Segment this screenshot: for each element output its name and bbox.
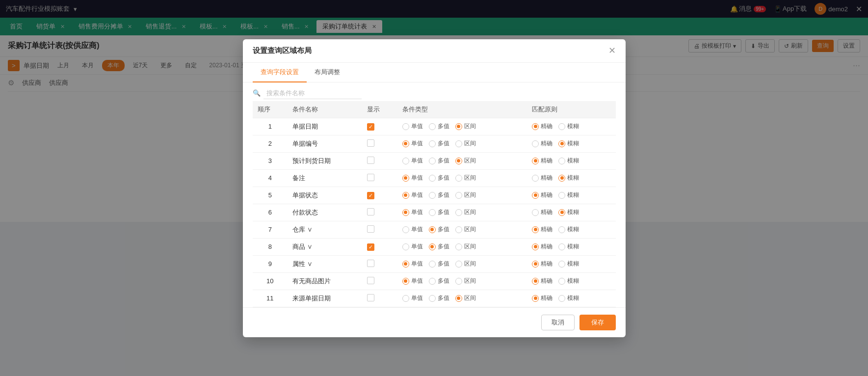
row-name: 备注 xyxy=(288,169,362,187)
type-radio-option[interactable]: 区间 xyxy=(455,122,476,131)
radio-label: 单值 xyxy=(411,157,423,165)
row-display[interactable] xyxy=(362,118,397,135)
radio-button[interactable] xyxy=(429,123,436,130)
radio-button[interactable] xyxy=(429,175,436,182)
radio-label: 精确 xyxy=(541,174,552,182)
row-name: 单据状态 xyxy=(288,187,362,204)
col-header-order: 顺序 xyxy=(253,101,288,118)
type-radio-option[interactable]: 多值 xyxy=(429,122,449,131)
type-radio-option[interactable]: 单值 xyxy=(402,122,423,131)
type-radio-option[interactable]: 单值 xyxy=(402,208,423,216)
dialog-table: 顺序 条件名称 显示 条件类型 匹配原则 1单据日期单值多值区间精确模糊2单据编… xyxy=(253,101,616,222)
display-checkbox[interactable] xyxy=(367,208,374,215)
row-display[interactable] xyxy=(362,135,397,152)
dialog-tab-layout[interactable]: 布局调整 xyxy=(307,63,348,82)
type-radio-option[interactable]: 区间 xyxy=(455,157,476,165)
radio-button[interactable] xyxy=(429,192,436,199)
radio-button[interactable] xyxy=(532,140,539,147)
match-radio-option[interactable]: 模糊 xyxy=(558,174,579,182)
radio-button[interactable] xyxy=(532,175,539,182)
radio-button[interactable] xyxy=(455,158,462,164)
type-radio-option[interactable]: 多值 xyxy=(429,157,449,165)
type-radio-option[interactable]: 区间 xyxy=(455,139,476,148)
radio-button[interactable] xyxy=(558,158,565,164)
display-checkbox[interactable] xyxy=(367,139,374,147)
radio-button[interactable] xyxy=(532,158,539,164)
dialog-tab-query-fields[interactable]: 查询字段设置 xyxy=(253,63,307,82)
type-radio-option[interactable]: 区间 xyxy=(455,174,476,182)
radio-button[interactable] xyxy=(402,123,409,130)
dialog-tab-layout-label: 布局调整 xyxy=(315,68,340,76)
match-radio-option[interactable]: 模糊 xyxy=(558,122,579,131)
radio-label: 单值 xyxy=(411,122,423,131)
radio-label: 单值 xyxy=(411,174,423,182)
radio-button[interactable] xyxy=(402,175,409,182)
type-radio-option[interactable]: 多值 xyxy=(429,191,449,199)
dialog-search-input[interactable] xyxy=(263,87,362,99)
radio-button[interactable] xyxy=(455,209,462,216)
match-radio-option[interactable]: 精确 xyxy=(532,191,552,199)
type-radio-option[interactable]: 单值 xyxy=(402,157,423,165)
radio-label: 多值 xyxy=(438,174,449,182)
radio-button[interactable] xyxy=(455,192,462,199)
radio-label: 区间 xyxy=(464,139,476,148)
radio-label: 多值 xyxy=(438,208,449,216)
type-radio-option[interactable]: 单值 xyxy=(402,139,423,148)
radio-label: 精确 xyxy=(541,191,552,199)
display-checkbox[interactable] xyxy=(367,123,374,131)
radio-button[interactable] xyxy=(402,209,409,216)
row-type: 单值多值区间 xyxy=(397,204,527,221)
match-radio-option[interactable]: 精确 xyxy=(532,122,552,131)
radio-button[interactable] xyxy=(455,175,462,182)
row-order: 7 xyxy=(253,221,288,222)
dialog-close-button[interactable]: ✕ xyxy=(608,46,616,55)
radio-button[interactable] xyxy=(455,123,462,130)
radio-button[interactable] xyxy=(429,209,436,216)
match-radio-option[interactable]: 精确 xyxy=(532,139,552,148)
row-order: 1 xyxy=(253,118,288,135)
radio-button[interactable] xyxy=(532,123,539,130)
radio-label: 模糊 xyxy=(567,174,579,182)
row-display[interactable] xyxy=(362,169,397,187)
row-match: 精确模糊 xyxy=(527,221,615,222)
type-radio-option[interactable]: 多值 xyxy=(429,174,449,182)
row-name: 单据日期 xyxy=(288,118,362,135)
display-checkbox[interactable] xyxy=(367,174,374,181)
match-radio-option[interactable]: 模糊 xyxy=(558,157,579,165)
type-radio-option[interactable]: 区间 xyxy=(455,208,476,216)
type-radio-option[interactable]: 单值 xyxy=(402,174,423,182)
row-match: 精确模糊 xyxy=(527,152,615,169)
radio-button[interactable] xyxy=(532,209,539,216)
row-type: 单值多值区间 xyxy=(397,118,527,135)
match-radio-option[interactable]: 模糊 xyxy=(558,139,579,148)
row-display[interactable] xyxy=(362,204,397,221)
row-display[interactable] xyxy=(362,187,397,204)
match-radio-option[interactable]: 精确 xyxy=(532,174,552,182)
row-match: 精确模糊 xyxy=(527,169,615,187)
radio-button[interactable] xyxy=(558,192,565,199)
type-radio-option[interactable]: 多值 xyxy=(429,139,449,148)
radio-button[interactable] xyxy=(532,192,539,199)
radio-button[interactable] xyxy=(429,140,436,147)
row-display[interactable] xyxy=(362,152,397,169)
radio-button[interactable] xyxy=(558,175,565,182)
display-checkbox[interactable] xyxy=(367,192,374,199)
radio-button[interactable] xyxy=(558,140,565,147)
radio-button[interactable] xyxy=(402,140,409,147)
radio-button[interactable] xyxy=(455,140,462,147)
table-row: 1单据日期单值多值区间精确模糊 xyxy=(253,118,616,135)
match-radio-option[interactable]: 模糊 xyxy=(558,191,579,199)
match-radio-option[interactable]: 精确 xyxy=(532,157,552,165)
match-radio-option[interactable]: 模糊 xyxy=(558,208,579,216)
radio-button[interactable] xyxy=(402,192,409,199)
row-display[interactable] xyxy=(362,221,397,222)
display-checkbox[interactable] xyxy=(367,157,374,164)
radio-button[interactable] xyxy=(402,158,409,164)
radio-button[interactable] xyxy=(429,158,436,164)
match-radio-option[interactable]: 精确 xyxy=(532,208,552,216)
radio-button[interactable] xyxy=(558,209,565,216)
type-radio-option[interactable]: 单值 xyxy=(402,191,423,199)
type-radio-option[interactable]: 区间 xyxy=(455,191,476,199)
radio-button[interactable] xyxy=(558,123,565,130)
type-radio-option[interactable]: 多值 xyxy=(429,208,449,216)
